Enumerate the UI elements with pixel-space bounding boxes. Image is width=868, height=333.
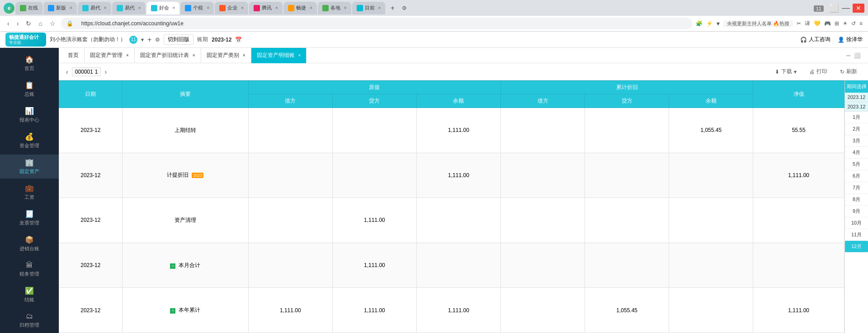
period-year-label[interactable]: 2023.12 [845,102,868,112]
tab-close-4[interactable]: × [138,5,141,10]
sidebar-item-salary[interactable]: 💼 工资 [0,180,59,204]
theme-icon[interactable]: ☀ [843,20,848,27]
period-month-item[interactable]: 8月 [845,194,868,206]
close-depreciation[interactable]: × [193,53,195,58]
close-fixed-mgmt[interactable]: × [126,53,129,58]
sidebar-item-reports[interactable]: 📊 报表中心 [0,103,59,127]
sidebar-item-funds[interactable]: 💰 资金管理 [0,129,59,153]
browser-tab-7[interactable]: 企业 × [215,2,248,14]
browser-tab-1[interactable]: 在线 [15,2,42,14]
page-tab-fixed-mgmt[interactable]: 固定资产管理 × [85,48,135,63]
period-month-item[interactable]: 12月 [845,241,868,253]
browser-tab-5[interactable]: 好会 × [146,2,180,14]
new-tab-button[interactable]: + [386,2,399,14]
restore-window-icon[interactable]: ⬜ [829,3,839,13]
browser-tab-11[interactable]: 目前 × [352,2,386,14]
browser-tab-2[interactable]: 新版 × [43,2,77,14]
sidebar-item-archive[interactable]: 🗂 归档管理 [0,309,59,332]
period-month-item[interactable]: 10月 [845,217,868,229]
maximize-page-icon[interactable]: ⬜ [854,52,861,59]
address-field[interactable]: 🔒 [61,18,692,29]
period-month-item[interactable]: 6月 [845,170,868,182]
page-tab-category[interactable]: 固定资产类别 × [201,48,251,63]
period-month-item[interactable]: 5月 [845,159,868,170]
tab-close-9[interactable]: × [310,5,312,10]
sidebar-item-invoice[interactable]: 🧾 发票管理 [0,206,59,230]
close-category[interactable]: × [243,53,245,58]
lightning-icon[interactable]: ⚡ [706,20,713,27]
period-month-item[interactable]: 9月 [845,206,868,217]
dropdown-icon[interactable]: ▾ [717,20,720,27]
menu-icon[interactable]: ≡ [859,20,863,27]
account-dropdown[interactable]: ▾ [141,37,144,43]
cut-icon[interactable]: ✂ [797,20,801,27]
wallet-icon[interactable]: 💛 [814,20,821,27]
archive-icon: 🗂 [26,312,33,320]
back-button[interactable]: ‹ [5,19,11,28]
print-button[interactable]: 🖨 打印 [806,66,831,77]
browser-tab-4[interactable]: 易代 × [112,2,146,14]
page-tab-depreciation[interactable]: 固定资产折旧统计表 × [135,48,201,63]
tab-close-11[interactable]: × [378,5,381,10]
summary-icon: + [170,308,175,314]
extensions-icon[interactable]: 🧩 [696,20,703,27]
browser-tab-10[interactable]: 各地 × [318,2,351,14]
sidebar-item-fixed-assets[interactable]: 🏢 固定资产 [0,155,59,178]
bookmark-button[interactable]: ☆ [48,19,57,28]
tab-close-10[interactable]: × [344,5,347,10]
close-detail[interactable]: × [298,53,301,58]
period-month-item[interactable]: 1月 [845,112,868,123]
cell-accum-debit [501,198,585,243]
next-account-button[interactable]: › [104,68,107,75]
close-window-icon[interactable]: ✕ [853,4,864,13]
tab-label-6: 个税 [193,5,203,11]
tab-close-5[interactable]: × [173,5,175,10]
tab-close-8[interactable]: × [275,5,278,10]
support-button[interactable]: 🎧 人工咨询 [800,36,830,43]
period-month-item[interactable]: 7月 [845,182,868,194]
home-button[interactable]: ⌂ [37,19,44,28]
cut-version-button[interactable]: 切到旧版 [164,34,193,45]
url-input[interactable] [76,18,687,29]
col-original-value: 原值 [248,81,500,94]
page-tab-detail[interactable]: 固定资产明细账 × [251,48,307,63]
sidebar-item-inventory[interactable]: 📦 进销台账 [0,232,59,256]
browser-tab-9[interactable]: 畅捷 × [283,2,317,14]
period-month-item[interactable]: 4月 [845,147,868,159]
sidebar-item-settlement[interactable]: ✅ 结账 [0,283,59,307]
reload-button[interactable]: ↻ [24,19,33,28]
tab-close-6[interactable]: × [207,5,209,10]
add-account-button[interactable]: + [147,36,151,44]
browser-tab-8[interactable]: 腾讯 × [249,2,283,14]
tab-label-7: 企业 [227,5,237,11]
sidebar-item-tax[interactable]: 🏛 税务管理 [0,258,59,281]
sidebar-item-ledger[interactable]: 📋 总账 [0,77,59,101]
prev-account-button[interactable]: ‹ [66,68,68,75]
forward-button[interactable]: › [15,19,21,28]
tab-close-2[interactable]: × [70,5,72,10]
browser-tab-3[interactable]: 易代 × [78,2,111,14]
settings-icon[interactable]: ⚙ [155,37,160,43]
cell-date: 2023-12 [59,288,123,333]
period-selected-year[interactable]: 2023.12 [845,93,868,102]
minimize-page-icon[interactable]: ─ [846,52,850,59]
translate-icon[interactable]: 译 [805,20,810,28]
period-month-item[interactable]: 3月 [845,135,868,147]
browser-tab-6[interactable]: 个税 × [180,2,214,14]
page-tab-home[interactable]: 首页 [62,48,85,63]
calendar-icon[interactable]: 📅 [235,37,242,43]
period-month-item[interactable]: 11月 [845,229,868,241]
tab-close-7[interactable]: × [241,5,244,10]
refresh-button[interactable]: ↻ 刷新 [836,66,861,77]
tab-close-3[interactable]: × [104,5,107,10]
grid-icon[interactable]: ⊞ [835,20,839,27]
minimize-window-icon[interactable]: — [842,3,850,13]
period-month-item[interactable]: 2月 [845,123,868,135]
game-icon[interactable]: 🎮 [824,20,831,27]
tab-settings-icon[interactable]: ⚙ [400,4,409,13]
sidebar-item-home[interactable]: 🏠 首页 [0,52,59,75]
user-profile[interactable]: 👤 徐泽华 [838,36,863,43]
history-icon[interactable]: ↺ [851,20,856,27]
download-button[interactable]: ⬇ 下载 ▾ [771,66,800,77]
page-tabs: 首页 固定资产管理 × 固定资产折旧统计表 × 固定资产类别 × 固定资产明细账… [59,48,868,63]
